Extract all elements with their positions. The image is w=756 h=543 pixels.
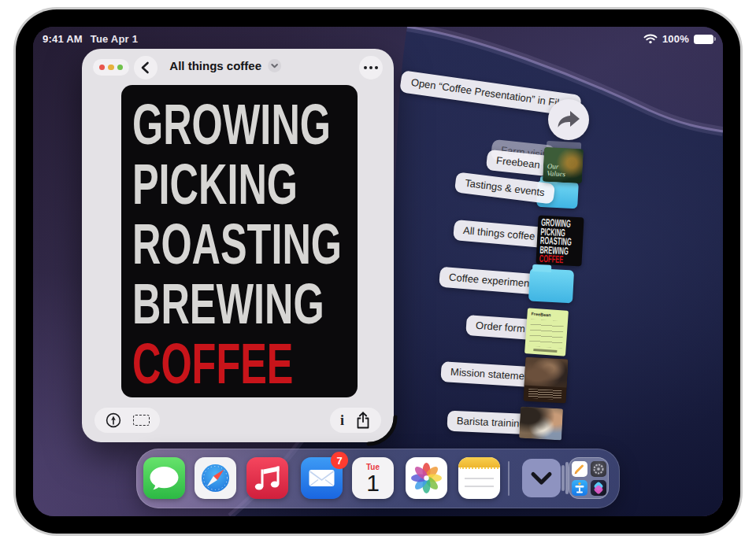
barista-training-thumbnail[interactable] <box>519 407 563 441</box>
battery-percent: 100% <box>662 33 689 45</box>
ellipsis-icon <box>364 66 378 69</box>
stack-layer <box>561 465 565 491</box>
info-icon[interactable]: i <box>340 413 344 427</box>
settings-mini-icon <box>591 461 606 477</box>
app-safari[interactable] <box>195 457 236 499</box>
status-time: 9:41 AM <box>43 33 83 45</box>
app-group-stack[interactable] <box>569 457 609 499</box>
app-notes[interactable] <box>458 457 500 499</box>
app-messages[interactable] <box>143 457 185 499</box>
calendar-day: 1 <box>352 470 394 497</box>
poster-line: ROASTING <box>132 214 290 274</box>
messages-icon <box>143 457 185 499</box>
keynote-mini-icon <box>572 480 587 496</box>
title-menu-button[interactable] <box>268 59 281 72</box>
mission-caption-lines <box>528 389 562 400</box>
app-photos[interactable] <box>406 457 447 499</box>
markup-icon[interactable] <box>105 412 122 429</box>
file-label: All things coffee <box>463 224 536 242</box>
shortcuts-mini-icon <box>591 480 606 496</box>
pages-mini-icon <box>572 461 587 477</box>
zoom-window-dot[interactable] <box>117 65 124 71</box>
mail-badge: 7 <box>331 452 348 469</box>
more-button[interactable] <box>359 56 383 79</box>
folder-thumbnail-experiments[interactable] <box>528 268 574 304</box>
receipt-title: FreeBean <box>531 312 564 319</box>
safari-icon <box>195 457 236 499</box>
dock-divider <box>508 461 510 496</box>
page: 9:41 AM Tue Apr 1 100% <box>0 0 756 543</box>
photos-icon <box>406 457 447 499</box>
coffee-poster-preview: GROWING PICKING ROASTING BREWING COFFEE <box>121 85 358 397</box>
forward-share-button[interactable] <box>548 99 589 140</box>
poster-line-accent: COFFEE <box>132 334 290 393</box>
status-date: Tue Apr 1 <box>91 33 138 45</box>
mission-photo <box>524 357 569 388</box>
back-button[interactable] <box>134 56 158 79</box>
app-music[interactable] <box>246 457 288 499</box>
window-title-group[interactable]: All things coffee <box>169 59 281 72</box>
quicklook-window: All things coffee GROWING PICKING ROASTI… <box>82 49 394 442</box>
file-label: Coffee experiments <box>449 272 538 290</box>
notes-yellow-band <box>458 457 500 469</box>
poster-line: PICKING <box>132 154 290 214</box>
app-calendar[interactable]: Tue 1 <box>352 457 394 499</box>
coffee-poster-thumbnail[interactable]: GROWING PICKING ROASTING BREWING COFFEE <box>536 216 584 267</box>
poster-line: BREWING <box>132 274 290 334</box>
dock: 7 Tue 1 <box>136 449 620 508</box>
forward-arrow-icon <box>555 108 582 131</box>
file-label: Order form <box>476 320 526 334</box>
battery-icon <box>694 35 713 44</box>
file-label: Freebean <box>495 154 540 171</box>
window-resize-handle[interactable] <box>359 408 400 449</box>
left-toolbar <box>94 408 160 433</box>
chevron-down-icon <box>522 459 561 497</box>
window-controls[interactable] <box>93 59 129 76</box>
chevron-down-icon <box>268 59 281 72</box>
file-label: Mission statement <box>450 366 533 382</box>
poster-line: GROWING <box>132 94 290 154</box>
wifi-icon <box>643 34 658 44</box>
status-bar: 9:41 AM Tue Apr 1 100% <box>33 31 723 47</box>
mission-statement-thumbnail[interactable] <box>524 357 569 404</box>
our-values-thumbnail[interactable]: Our Values <box>543 147 584 184</box>
file-label: Barista training <box>457 415 525 430</box>
crop-select-icon[interactable] <box>133 415 150 426</box>
app-mail[interactable]: 7 <box>301 457 343 499</box>
close-window-dot[interactable] <box>99 65 106 71</box>
mini-poster-line: COFFEE <box>539 254 564 264</box>
minimize-window-dot[interactable] <box>108 65 114 71</box>
our-values-text: Our Values <box>547 163 571 179</box>
chevron-left-icon <box>134 56 158 79</box>
notes-line <box>465 478 494 479</box>
ipad-screen: 9:41 AM Tue Apr 1 100% <box>33 27 723 516</box>
hide-apps-button[interactable] <box>522 459 561 497</box>
music-icon <box>246 457 288 499</box>
ipad-device-frame: 9:41 AM Tue Apr 1 100% <box>16 9 740 534</box>
receipt-footer <box>534 349 557 353</box>
order-form-thumbnail[interactable]: FreeBean <box>524 308 569 356</box>
notes-line <box>465 486 494 487</box>
window-title: All things coffee <box>169 59 261 72</box>
receipt-lines <box>529 320 564 349</box>
